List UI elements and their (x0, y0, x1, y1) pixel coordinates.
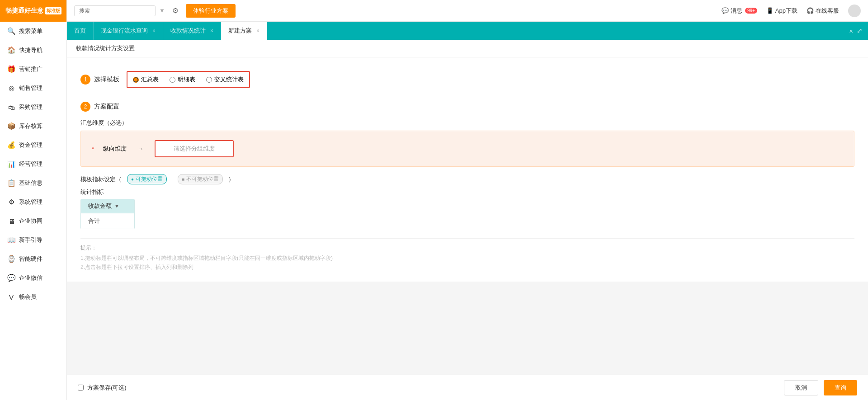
save-plan-label[interactable]: 方案保存(可选) (87, 384, 127, 392)
tab-home-label: 首页 (74, 27, 86, 35)
metrics-table-header[interactable]: 收款金额 ▼ (81, 199, 134, 213)
sidebar-item-label: 库存核算 (19, 122, 42, 130)
sidebar-item-label: 搜索菜单 (19, 27, 42, 35)
sidebar-item-corp-collab[interactable]: 🖥 企业协同 (0, 212, 66, 231)
query-button[interactable]: 查询 (824, 380, 857, 395)
tab-stats[interactable]: 收款情况统计 × (163, 22, 221, 40)
message-count-badge: 99+ (745, 8, 757, 14)
settings-icon[interactable]: ⚙ (172, 6, 179, 15)
sidebar-item-label: 畅会员 (19, 293, 37, 301)
sidebar-item-inventory[interactable]: 📦 库存核算 (0, 117, 66, 136)
sidebar: 畅捷通好生意 标准版 🔍 搜索菜单 🏠 快捷导航 🎁 营销推广 ◎ 销售管理 🛍… (0, 0, 67, 400)
chevron-down-icon[interactable]: ▼ (159, 7, 165, 14)
download-label: App下载 (775, 7, 797, 15)
step2-row: 2 方案配置 (80, 102, 854, 112)
home-icon: 🏠 (7, 46, 15, 54)
trial-button[interactable]: 体验行业方案 (186, 4, 236, 18)
headset-icon: 🎧 (807, 7, 814, 14)
gift-icon: 🎁 (7, 65, 15, 73)
tips-area: 提示： 1.拖动标题栏可以调整布局，不可跨维度或指标区域拖动栏目字段(只能在同一… (80, 238, 854, 271)
sidebar-item-guide[interactable]: 📖 新手引导 (0, 231, 66, 249)
dimension-select[interactable]: 请选择分组维度 (155, 140, 234, 157)
step2-badge: 2 (80, 102, 90, 112)
metrics-col-label: 收款金额 (88, 202, 112, 210)
sidebar-item-member[interactable]: V 畅会员 (0, 287, 66, 306)
footer: 方案保存(可选) 取消 查询 (67, 375, 868, 400)
sidebar-item-quick-nav[interactable]: 🏠 快捷导航 (0, 41, 66, 60)
window-maximize-icon[interactable]: ⤢ (857, 27, 863, 35)
search-input[interactable] (74, 5, 156, 16)
radio-cross-input[interactable] (206, 77, 212, 83)
radio-detail-input[interactable] (170, 77, 175, 83)
messages-btn[interactable]: 💬 消息 99+ (722, 7, 757, 15)
radio-summary-input[interactable] (133, 77, 139, 83)
sidebar-item-smart-hw[interactable]: ⌚ 智能硬件 (0, 249, 66, 268)
tips-item-2: 2.点击标题栏下拉可设置排序、插入列和删除列 (80, 264, 854, 271)
step1-badge: 1 (80, 75, 90, 85)
save-plan-checkbox[interactable] (78, 385, 84, 391)
sidebar-item-label: 快捷导航 (19, 46, 42, 54)
step1-row: 1 选择模板 汇总表 明细表 交叉统计表 (80, 66, 854, 93)
tab-stats-label: 收款情况统计 (170, 27, 206, 35)
monitor-icon: 🖥 (7, 217, 15, 225)
book-icon: 📖 (7, 236, 15, 244)
sidebar-item-search[interactable]: 🔍 搜索菜单 (0, 22, 66, 41)
draggable-badge: ● 可拖动位置 (127, 174, 167, 184)
navtabs-right: × ⤢ (844, 22, 868, 40)
metrics-table-cell: 合计 (81, 213, 134, 229)
chat-icon: 💬 (7, 274, 15, 282)
topbar: ▼ ⚙ 体验行业方案 💬 消息 99+ 📱 App下载 🎧 在线客服 (67, 0, 868, 22)
tab-new-plan[interactable]: 新建方案 × (221, 22, 267, 40)
metrics-section: 模板指标设定（ ● 可拖动位置 ■ 不可拖动位置 ） 统计指标 收款金额 (80, 174, 854, 229)
footer-left: 方案保存(可选) (67, 384, 784, 392)
service-label: 在线客服 (816, 7, 839, 15)
vip-icon: V (7, 293, 15, 301)
step2-label: 方案配置 (94, 103, 119, 111)
non-draggable-badge: ■ 不可拖动位置 (178, 174, 223, 184)
dimension-row: * 纵向维度 → 请选择分组维度 (92, 140, 234, 157)
box-icon: 📦 (7, 122, 15, 130)
tab-stats-close[interactable]: × (210, 28, 213, 34)
sidebar-item-corp-wechat[interactable]: 💬 企业微信 (0, 268, 66, 287)
topbar-right: 💬 消息 99+ 📱 App下载 🎧 在线客服 (722, 5, 861, 17)
template-radio-group: 汇总表 明细表 交叉统计表 (127, 71, 250, 88)
sidebar-item-label: 基础信息 (19, 179, 42, 187)
tab-home[interactable]: 首页 (67, 22, 94, 40)
sidebar-item-sales[interactable]: ◎ 销售管理 (0, 79, 66, 98)
tab-new-plan-close[interactable]: × (256, 28, 259, 34)
window-close-icon[interactable]: × (849, 27, 853, 35)
metrics-col-dropdown-icon[interactable]: ▼ (114, 203, 119, 209)
online-service-btn[interactable]: 🎧 在线客服 (807, 7, 839, 15)
radio-summary[interactable]: 汇总表 (133, 75, 159, 84)
radio-detail[interactable]: 明细表 (170, 75, 195, 84)
footer-right: 取消 查询 (784, 380, 868, 395)
app-download-btn[interactable]: 📱 App下载 (766, 7, 797, 15)
money-icon: 💰 (7, 141, 15, 149)
chart-icon: 📊 (7, 160, 15, 168)
tab-bank[interactable]: 现金银行流水查询 × (94, 22, 163, 40)
messages-label: 消息 (731, 7, 742, 15)
circle-icon: ◎ (7, 84, 15, 92)
user-avatar[interactable] (848, 5, 861, 17)
cancel-button[interactable]: 取消 (784, 380, 818, 395)
sidebar-item-purchase[interactable]: 🛍 采购管理 (0, 98, 66, 117)
nav-tabs: 首页 现金银行流水查询 × 收款情况统计 × 新建方案 × × ⤢ (67, 22, 868, 40)
sidebar-item-marketing[interactable]: 🎁 营销推广 (0, 60, 66, 79)
version-badge: 标准版 (45, 7, 61, 14)
circle-dot-icon: ● (131, 177, 134, 182)
sidebar-item-operations[interactable]: 📊 经营管理 (0, 155, 66, 174)
radio-cross[interactable]: 交叉统计表 (206, 75, 244, 84)
app-logo: 畅捷通好生意 标准版 (0, 0, 66, 22)
sidebar-item-label: 经营管理 (19, 160, 42, 168)
non-draggable-label: 不可拖动位置 (186, 175, 219, 183)
sidebar-item-base-info[interactable]: 📋 基础信息 (0, 174, 66, 193)
tab-bank-close[interactable]: × (152, 28, 156, 34)
arrow-icon: → (137, 145, 144, 152)
tips-item-1: 1.拖动标题栏可以调整布局，不可跨维度或指标区域拖动栏目字段(只能在同一维度或指… (80, 254, 854, 262)
sidebar-item-system[interactable]: ⚙ 系统管理 (0, 193, 66, 212)
sidebar-item-label: 新手引导 (19, 236, 42, 244)
draggable-label: 可拖动位置 (136, 175, 163, 183)
vertical-dim-label: 纵向维度 (103, 145, 127, 153)
watch-icon: ⌚ (7, 255, 15, 263)
sidebar-item-finance[interactable]: 💰 资金管理 (0, 136, 66, 155)
